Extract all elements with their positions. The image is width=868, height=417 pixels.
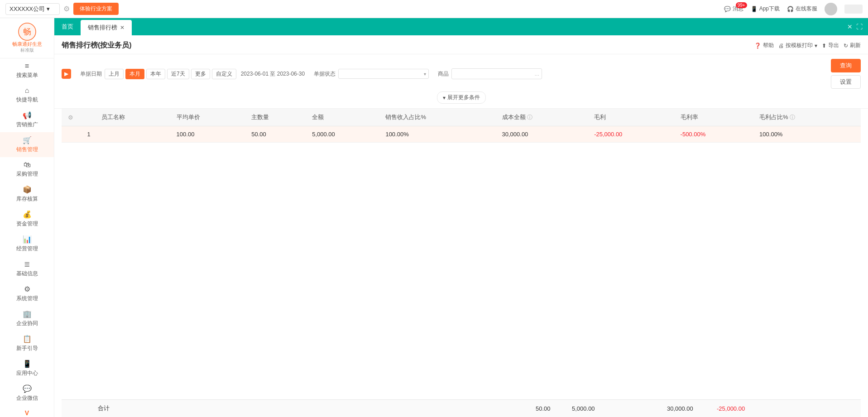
- table-row: 1 100.00 50.00 5,000.00 100.00% 30,000.0…: [62, 126, 861, 143]
- col-sales-pct: 销售收入占比%: [382, 109, 498, 126]
- sidebar-item-search-orders[interactable]: ≡ 搜索菜单: [0, 58, 54, 83]
- refresh-label: 刷新: [850, 42, 861, 49]
- sidebar-item-wechat[interactable]: 💬 企业微信: [0, 381, 54, 406]
- inventory-icon: 📦: [23, 185, 32, 194]
- top-right: 💬 消息 99+ 📱 App下载 🎧 在线客服: [724, 3, 863, 15]
- table-header-row: ⚙ 员工名称 平均单价 主数量 全额 销售收入占比% 成本全额 ⓘ 毛利: [62, 109, 861, 126]
- filter-expand-arrow[interactable]: ▶: [62, 69, 71, 79]
- chevron-down-icon: ▾: [47, 5, 50, 12]
- filter-status: 单据状态 ▾: [314, 69, 429, 79]
- date-btn-this-year[interactable]: 本年: [146, 69, 165, 79]
- date-range: 2023-06-01 至 2023-06-30: [241, 70, 305, 78]
- messages-btn[interactable]: 💬 消息 99+: [724, 5, 743, 13]
- query-action-col: 查询 设置: [831, 59, 861, 89]
- sidebar-item-purchase[interactable]: 🛍 采购管理: [0, 157, 54, 182]
- tab-close-icon[interactable]: ✕: [120, 24, 125, 31]
- col-qty: 主数量: [248, 109, 308, 126]
- avatar[interactable]: [825, 3, 837, 15]
- col-gross: 毛利: [590, 109, 676, 126]
- status-select-wrapper: ▾: [338, 69, 429, 79]
- filter-goods: 商品 …: [438, 68, 542, 79]
- sidebar-label: 基础信息: [16, 270, 38, 278]
- online-support-btn[interactable]: 🎧 在线客服: [787, 5, 817, 13]
- help-icon: ❓: [754, 43, 761, 49]
- sidebar-label: 应用中心: [16, 369, 38, 377]
- sidebar-label: 资金管理: [16, 220, 38, 228]
- export-icon: ⬆: [822, 43, 826, 49]
- tab-maximize-icon[interactable]: ⛶: [856, 23, 863, 30]
- sidebar-label: 企业协同: [16, 320, 38, 327]
- tab-sales-rank-label: 销售排行榜: [88, 24, 117, 32]
- help-btn[interactable]: ❓ 帮助: [754, 42, 774, 49]
- sidebar: 畅 畅康通好生意 标准版 ≡ 搜索菜单 ⌂ 快捷导航 📢 营销推广 🛒 销售管理…: [0, 18, 54, 417]
- date-btn-custom[interactable]: 自定义: [212, 69, 236, 79]
- sidebar-item-basic-info[interactable]: ≣ 基础信息: [0, 256, 54, 281]
- export-btn[interactable]: ⬆ 导出: [822, 42, 839, 49]
- sidebar-item-quick-nav[interactable]: ⌂ 快捷导航: [0, 83, 54, 107]
- company-select[interactable]: XXXXXX公司 ▾: [5, 3, 60, 15]
- footer-label: 合计: [98, 404, 490, 412]
- app-download-btn[interactable]: 📱 App下载: [751, 5, 780, 13]
- sidebar-label: 快捷导航: [16, 96, 38, 104]
- sidebar-label: 采购管理: [16, 170, 38, 178]
- sidebar-item-enterprise[interactable]: 🏢 企业协同: [0, 306, 54, 331]
- svg-text:畅: 畅: [23, 27, 31, 36]
- col-cost: 成本全额 ⓘ: [499, 109, 591, 126]
- status-select[interactable]: [338, 69, 429, 79]
- query-btn[interactable]: 查询: [831, 59, 861, 72]
- sidebar-label: 搜索菜单: [16, 72, 38, 79]
- date-label: 单据日期: [80, 70, 102, 78]
- company-name: XXXXXX公司: [10, 5, 45, 13]
- app-center-icon: 📱: [23, 359, 32, 368]
- messages-badge: 99+: [736, 2, 747, 8]
- online-support-label: 在线客服: [796, 5, 817, 13]
- goods-label: 商品: [438, 70, 449, 78]
- finance-icon: 💰: [23, 210, 32, 219]
- goods-input[interactable]: [451, 68, 542, 79]
- sidebar-item-system[interactable]: ⚙ 系统管理: [0, 281, 54, 306]
- expand-conditions-btn[interactable]: ▾ 展开更多条件: [437, 91, 486, 104]
- date-btn-this-month[interactable]: 本月: [125, 69, 144, 79]
- headset-icon: 🎧: [787, 6, 794, 12]
- cell-avg-price: 100.00: [173, 126, 248, 143]
- sidebar-item-app-center[interactable]: 📱 应用中心: [0, 356, 54, 381]
- sidebar-item-sales[interactable]: 🛒 销售管理: [0, 132, 54, 157]
- search-menu-icon: ≡: [25, 62, 29, 70]
- print-label: 按模板打印: [786, 42, 813, 49]
- print-btn[interactable]: 🖨 按模板打印 ▾: [778, 42, 817, 49]
- cell-gross: -25,000.00: [590, 126, 676, 143]
- col-amount: 全额: [308, 109, 382, 126]
- refresh-icon: ↻: [844, 43, 848, 49]
- sidebar-item-finance[interactable]: 💰 资金管理: [0, 206, 54, 231]
- settings-btn[interactable]: 设置: [831, 75, 861, 89]
- sidebar-label: 营销推广: [16, 121, 38, 129]
- gross-pct-info-icon[interactable]: ⓘ: [790, 114, 795, 120]
- gear-icon[interactable]: ⚙: [63, 5, 70, 13]
- date-btn-7days[interactable]: 近7天: [167, 69, 189, 79]
- export-label: 导出: [828, 42, 839, 49]
- col-gear[interactable]: ⚙: [62, 109, 80, 126]
- sidebar-item-marketing[interactable]: 📢 营销推广: [0, 107, 54, 132]
- tab-close-all-icon[interactable]: ✕: [847, 23, 853, 30]
- filter-date: 单据日期 上月 本月 本年 近7天 更多 自定义 2023-06-01 至 20…: [80, 69, 305, 79]
- cell-gear: [62, 126, 80, 143]
- enterprise-icon: 🏢: [23, 310, 32, 318]
- cost-info-icon[interactable]: ⓘ: [527, 114, 532, 120]
- sidebar-item-inventory[interactable]: 📦 库存核算: [0, 182, 54, 206]
- tab-sales-rank[interactable]: 销售排行榜 ✕: [81, 20, 132, 35]
- sidebar-item-beginner[interactable]: 📋 新手引导: [0, 331, 54, 356]
- sidebar-label: 经营管理: [16, 245, 38, 253]
- expand-label: 展开更多条件: [447, 94, 480, 101]
- cell-cost: 30,000.00: [499, 126, 591, 143]
- tab-home-label: 首页: [62, 23, 73, 31]
- purchase-icon: 🛍: [24, 161, 31, 169]
- date-btn-more[interactable]: 更多: [191, 69, 210, 79]
- tab-home[interactable]: 首页: [54, 18, 81, 35]
- sidebar-item-member[interactable]: V 畅会员: [0, 406, 54, 417]
- message-icon: 💬: [724, 6, 731, 12]
- date-btn-last-month[interactable]: 上月: [105, 69, 124, 79]
- cell-qty: 50.00: [248, 126, 308, 143]
- sidebar-item-operations[interactable]: 📊 经营管理: [0, 231, 54, 256]
- trial-btn[interactable]: 体验行业方案: [73, 3, 119, 15]
- refresh-btn[interactable]: ↻ 刷新: [844, 42, 861, 49]
